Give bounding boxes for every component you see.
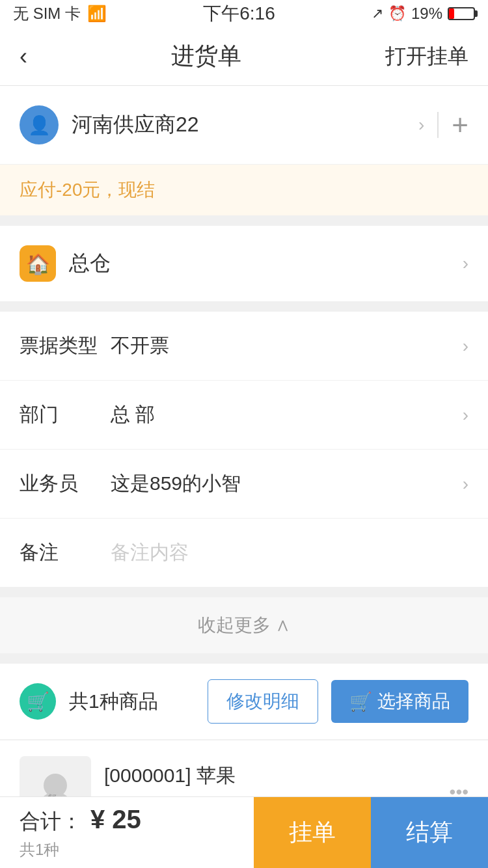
- wifi-icon: 📶: [87, 5, 107, 23]
- main-content: 👤 河南供应商22 › + 应付-20元，现结 🏠 总仓 › 票据类型 不开票 …: [0, 86, 488, 868]
- battery-percent: 19%: [411, 5, 442, 23]
- status-carrier: 无 SIM 卡 📶: [13, 3, 107, 24]
- total-section: 合计： ¥ 25 共1种: [0, 805, 254, 860]
- select-product-icon: 🛒: [349, 691, 372, 712]
- salesperson-row[interactable]: 业务员 这是859的小智 ›: [0, 450, 488, 519]
- alarm-icon: ⏰: [388, 5, 406, 22]
- battery-icon: [448, 7, 475, 20]
- edit-detail-button[interactable]: 修改明细: [208, 679, 318, 724]
- warehouse-section[interactable]: 🏠 总仓 ›: [0, 226, 488, 301]
- department-value: 总 部: [111, 401, 463, 428]
- form-section: 票据类型 不开票 › 部门 总 部 › 业务员 这是859的小智 › 备注 备注…: [0, 312, 488, 587]
- divider: [437, 112, 439, 138]
- department-label: 部门: [20, 401, 98, 428]
- location-icon: ↗: [372, 5, 383, 22]
- warehouse-chevron-icon: ›: [463, 253, 468, 274]
- product-apple: 苹果: [197, 765, 236, 786]
- remark-input[interactable]: 备注内容: [111, 539, 468, 566]
- warehouse-icon: 🏠: [20, 245, 56, 282]
- avatar-icon: 👤: [28, 115, 51, 136]
- status-bar: 无 SIM 卡 📶 下午6:16 ↗ ⏰ 19%: [0, 0, 488, 27]
- supplier-name: 河南供应商22: [72, 111, 418, 139]
- add-supplier-button[interactable]: +: [452, 109, 468, 141]
- bottom-bar: 合计： ¥ 25 共1种 挂单 结算: [0, 796, 488, 868]
- supplier-section: 👤 河南供应商22 › + 应付-20元，现结: [0, 86, 488, 215]
- carrier-text: 无 SIM 卡: [13, 3, 81, 24]
- supplier-row[interactable]: 👤 河南供应商22 › +: [0, 86, 488, 165]
- total-row: 合计： ¥ 25: [20, 805, 234, 836]
- remark-label: 备注: [20, 539, 98, 566]
- total-amount: ¥ 25: [90, 805, 141, 834]
- notice-bar: 应付-20元，现结: [0, 165, 488, 215]
- invoice-chevron-icon: ›: [463, 336, 468, 357]
- product-code: [0000001]: [104, 765, 191, 786]
- total-label: 合计：: [20, 809, 82, 833]
- nav-bar: ‹ 进货单 打开挂单: [0, 27, 488, 86]
- invoice-type-value: 不开票: [111, 332, 463, 359]
- checkout-button[interactable]: 结算: [371, 797, 488, 869]
- department-chevron-icon: ›: [463, 405, 468, 426]
- product-count: 共1种商品: [69, 688, 195, 715]
- open-hang-button[interactable]: 打开挂单: [385, 42, 468, 71]
- supplier-avatar: 👤: [20, 105, 59, 144]
- status-right: ↗ ⏰ 19%: [372, 5, 475, 23]
- salesperson-value: 这是859的小智: [111, 470, 463, 497]
- select-product-label: 选择商品: [377, 689, 450, 714]
- status-time: 下午6:16: [203, 1, 275, 26]
- hang-button[interactable]: 挂单: [254, 797, 371, 869]
- product-header: 🛒 共1种商品 修改明细 🛒 选择商品: [0, 664, 488, 739]
- collapse-text: 收起更多 ∧: [198, 613, 291, 638]
- product-section-icon: 🛒: [20, 683, 56, 720]
- invoice-type-label: 票据类型: [20, 332, 98, 359]
- salesperson-chevron-icon: ›: [463, 474, 468, 495]
- invoice-type-row[interactable]: 票据类型 不开票 ›: [0, 312, 488, 381]
- bag-icon: 🛒: [27, 691, 49, 712]
- back-button[interactable]: ‹: [20, 43, 27, 70]
- remark-row[interactable]: 备注 备注内容: [0, 519, 488, 587]
- total-sub-row: 共1种: [20, 836, 234, 860]
- supplier-chevron-icon: ›: [418, 115, 424, 135]
- page-title: 进货单: [171, 40, 241, 72]
- collapse-bar[interactable]: 收起更多 ∧: [0, 597, 488, 653]
- select-product-button[interactable]: 🛒 选择商品: [331, 680, 468, 723]
- salesperson-label: 业务员: [20, 470, 98, 497]
- warehouse-name: 总仓: [69, 249, 463, 278]
- supplier-actions: › +: [418, 109, 468, 141]
- department-row[interactable]: 部门 总 部 ›: [0, 381, 488, 450]
- product-name: [0000001] 苹果: [104, 763, 437, 789]
- total-sub-label: 共1种: [20, 841, 59, 858]
